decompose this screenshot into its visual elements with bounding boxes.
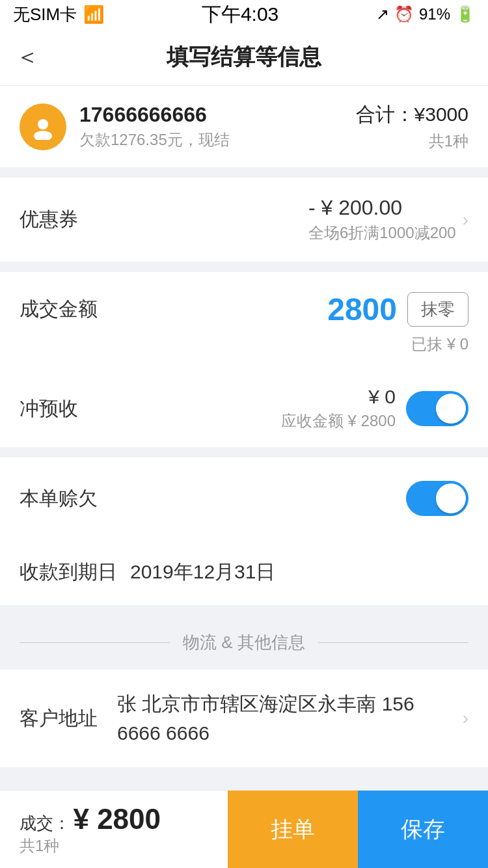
customer-left: 17666666666 欠款1276.35元，现结 [20, 103, 230, 150]
address-chevron-icon: › [463, 708, 468, 729]
status-right: ↗ ⏰ 91% 🔋 [376, 5, 475, 23]
divider-line-right [318, 642, 468, 643]
status-time: 下午4:03 [202, 1, 278, 28]
divider-2 [0, 262, 488, 272]
coupon-discount: - ¥ 200.00 [308, 196, 456, 220]
coupon-row[interactable]: 优惠券 - ¥ 200.00 全场6折满1000减200 › [0, 178, 488, 262]
logistics-divider: 物流 & 其他信息 [0, 616, 488, 670]
amount-right: 2800 抹零 [327, 292, 468, 327]
due-date-row: 收款到期日 2019年12月31日 [0, 539, 488, 605]
toggle-thumb [436, 394, 466, 424]
amount-sub-row: 已抹 ¥ 0 [0, 334, 488, 370]
battery-label: 91% [419, 5, 450, 23]
debt-toggle-thumb [436, 483, 466, 513]
svg-point-0 [38, 119, 48, 129]
prepay-main-value: ¥ 0 [281, 386, 396, 408]
location-icon: ↗ [376, 5, 389, 23]
customer-right: 合计：¥3000 共1种 [356, 102, 468, 152]
divider-3 [0, 447, 488, 457]
carrier-label: 无SIM卡 [13, 3, 77, 26]
due-date-value: 2019年12月31日 [130, 559, 275, 586]
page-title: 填写结算等信息 [167, 42, 321, 72]
debt-row: 本单赊欠 [0, 457, 488, 539]
customer-note: 欠款1276.35元，现结 [79, 129, 230, 150]
prepay-sub-value: 应收金额 ¥ 2800 [281, 411, 396, 431]
customer-section: 17666666666 欠款1276.35元，现结 合计：¥3000 共1种 [0, 86, 488, 167]
customer-card: 17666666666 欠款1276.35元，现结 合计：¥3000 共1种 [0, 86, 488, 167]
footer-deal-count: 共1种 [20, 835, 208, 856]
address-row[interactable]: 客户地址 张 北京市市辖区海淀区永丰南 156 6666 6666 › [0, 670, 488, 767]
amount-label: 成交金额 [20, 296, 98, 323]
address-value: 张 北京市市辖区海淀区永丰南 156 6666 6666 [117, 689, 463, 748]
back-button[interactable]: ＜ [16, 41, 39, 73]
debt-section: 本单赊欠 收款到期日 2019年12月31日 [0, 457, 488, 605]
footer-info: 成交： ¥ 2800 共1种 [0, 803, 228, 856]
total-amount: 合计：¥3000 [356, 102, 468, 128]
amount-row: 成交金额 2800 抹零 [0, 272, 488, 334]
divider-4 [0, 605, 488, 616]
debt-label: 本单赊欠 [20, 485, 98, 512]
coupon-label: 优惠券 [20, 206, 78, 233]
debt-toggle[interactable] [406, 481, 468, 516]
coupon-desc: 全场6折满1000减200 [308, 223, 456, 243]
prepay-row: 冲预收 ¥ 0 应收金额 ¥ 2800 [0, 370, 488, 447]
footer-deal-label: 成交： [20, 813, 70, 833]
alarm-icon: ⏰ [394, 5, 414, 23]
total-count: 共1种 [356, 131, 468, 152]
divider-line-left [20, 642, 170, 643]
prepay-values: ¥ 0 应收金额 ¥ 2800 [281, 386, 396, 431]
header: ＜ 填写结算等信息 [0, 29, 488, 86]
chevron-right-icon: › [463, 210, 468, 230]
round-button[interactable]: 抹零 [407, 292, 468, 327]
prepay-right: ¥ 0 应收金额 ¥ 2800 [281, 386, 468, 431]
footer-deal-line: 成交： ¥ 2800 [20, 803, 208, 835]
status-bar: 无SIM卡 📶 下午4:03 ↗ ⏰ 91% 🔋 [0, 0, 488, 29]
coupon-right: - ¥ 200.00 全场6折满1000减200 › [308, 196, 468, 243]
battery-icon: 🔋 [455, 5, 475, 23]
due-date-label: 收款到期日 [20, 559, 117, 586]
deal-amount-section: 成交金额 2800 抹零 已抹 ¥ 0 冲预收 ¥ 0 应收金额 ¥ 2800 [0, 272, 488, 447]
customer-info: 17666666666 欠款1276.35元，现结 [79, 103, 230, 150]
svg-point-1 [34, 131, 52, 140]
wifi-icon: 📶 [83, 5, 104, 25]
footer-deal-amount: ¥ 2800 [73, 803, 161, 835]
hold-button[interactable]: 挂单 [228, 791, 358, 869]
customer-phone: 17666666666 [79, 103, 230, 127]
divider-1 [0, 167, 488, 178]
status-left: 无SIM卡 📶 [13, 3, 104, 26]
amount-value: 2800 [327, 292, 397, 327]
prepay-label: 冲预收 [20, 396, 78, 422]
logistics-label: 物流 & 其他信息 [183, 631, 305, 654]
amount-sub-text: 已抹 ¥ 0 [411, 335, 468, 353]
prepay-toggle[interactable] [406, 391, 468, 426]
coupon-section: 优惠券 - ¥ 200.00 全场6折满1000减200 › [0, 178, 488, 262]
avatar [20, 103, 66, 150]
address-label: 客户地址 [20, 705, 98, 732]
footer: 成交： ¥ 2800 共1种 挂单 保存 [0, 790, 488, 868]
save-button[interactable]: 保存 [358, 791, 488, 869]
